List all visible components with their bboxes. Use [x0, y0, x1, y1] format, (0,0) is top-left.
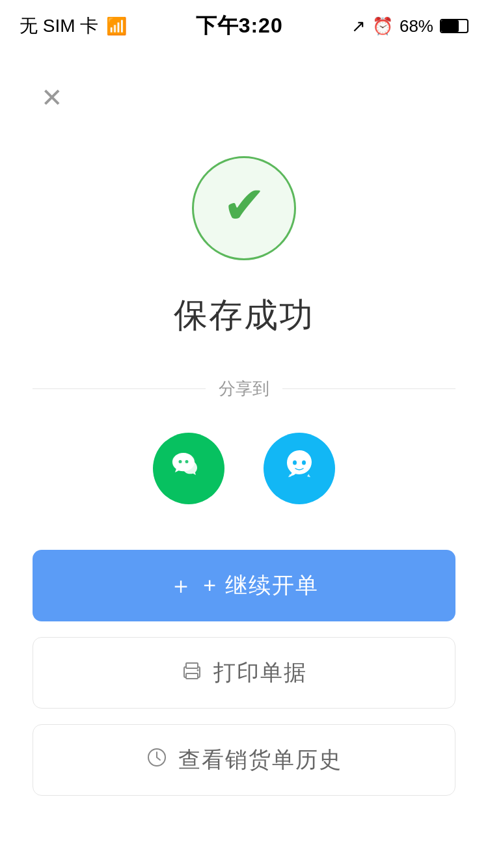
main-content: ✕ ✔ 保存成功 分享到 — [0, 52, 488, 822]
print-label: 打印单据 — [213, 658, 307, 688]
status-left: 无 SIM 卡 📶 — [20, 14, 127, 38]
wifi-icon: 📶 — [106, 16, 127, 36]
checkmark-icon: ✔ — [223, 180, 266, 232]
wechat-icon — [169, 445, 208, 493]
alarm-icon: ⏰ — [372, 16, 393, 36]
action-buttons: ＋ + 继续开单 打印单据 查看销货单历 — [33, 550, 455, 796]
share-divider: 分享到 — [33, 377, 455, 400]
status-time: 下午3:20 — [196, 12, 283, 40]
status-right: ↗ ⏰ 68% — [351, 16, 468, 36]
close-icon: ✕ — [41, 85, 63, 111]
battery-icon — [440, 19, 468, 33]
status-bar: 无 SIM 卡 📶 下午3:20 ↗ ⏰ 68% — [0, 0, 488, 52]
clock-icon — [146, 746, 168, 774]
history-button[interactable]: 查看销货单历史 — [33, 724, 455, 796]
svg-point-2 — [302, 460, 306, 465]
continue-button[interactable]: ＋ + 继续开单 — [33, 550, 455, 621]
svg-point-6 — [197, 670, 199, 671]
history-label: 查看销货单历史 — [178, 745, 342, 775]
battery-percent: 68% — [400, 16, 433, 36]
continue-label: + 继续开单 — [203, 571, 318, 601]
success-title: 保存成功 — [174, 293, 314, 338]
success-circle: ✔ — [192, 156, 296, 260]
divider-line-right — [282, 388, 455, 389]
close-button-area: ✕ — [33, 78, 455, 117]
share-icons — [153, 433, 335, 504]
battery-bar — [440, 19, 468, 33]
svg-point-1 — [293, 460, 297, 465]
svg-rect-4 — [186, 663, 198, 668]
battery-fill — [441, 20, 459, 32]
carrier-label: 无 SIM 卡 — [20, 14, 98, 38]
printer-icon — [181, 659, 203, 686]
print-button[interactable]: 打印单据 — [33, 637, 455, 709]
close-button[interactable]: ✕ — [33, 78, 72, 117]
qq-icon — [280, 445, 319, 493]
share-label: 分享到 — [219, 377, 269, 400]
plus-icon: ＋ — [169, 570, 193, 602]
location-icon: ↗ — [351, 16, 366, 36]
wechat-share-button[interactable] — [153, 433, 224, 504]
qq-share-button[interactable] — [264, 433, 335, 504]
divider-line-left — [33, 388, 206, 389]
svg-rect-5 — [186, 673, 198, 679]
